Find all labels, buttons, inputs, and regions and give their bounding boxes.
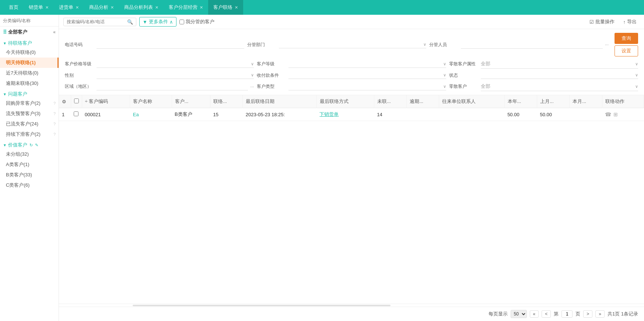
retail-customer-select[interactable]: 全部 ∨ bbox=[481, 82, 638, 91]
edit-icon[interactable]: ✎ bbox=[35, 143, 38, 148]
chevron-down-icon: ∨ bbox=[443, 62, 446, 66]
sidebar-item-declining[interactable]: 持续下滑客户(2) ? bbox=[0, 129, 59, 139]
th-checkbox[interactable] bbox=[71, 95, 82, 108]
td-uncontacted: 14 bbox=[374, 108, 406, 121]
scrollbar-track[interactable] bbox=[133, 305, 391, 306]
prev-page-btn[interactable]: < bbox=[542, 310, 551, 318]
footer: 每页显示 50 « < 第 页 > » 共1页 1条记录 bbox=[59, 307, 644, 321]
th-overdue: 逾期... bbox=[407, 95, 439, 108]
sidebar-item-churned[interactable]: 已流失客户(24) ? bbox=[0, 119, 59, 129]
last-page-btn[interactable]: » bbox=[595, 310, 605, 318]
close-icon[interactable]: ✕ bbox=[45, 5, 49, 10]
chevron-down-icon: ∨ bbox=[635, 84, 638, 89]
filter-row-1: 电话号码 分管部门 ∨ 分管人员 ··· 查询 设置 bbox=[65, 33, 638, 56]
nav-product-analysis[interactable]: 商品分析 ✕ bbox=[84, 0, 119, 15]
scrollbar-container bbox=[59, 304, 644, 307]
select-all-checkbox[interactable] bbox=[74, 99, 79, 103]
search-input[interactable] bbox=[67, 19, 126, 24]
retail-attr-select[interactable]: 全部 ∨ bbox=[481, 59, 638, 69]
settings-button[interactable]: 设置 bbox=[615, 45, 638, 56]
status-select[interactable]: ∨ bbox=[481, 72, 638, 79]
row-checkbox[interactable] bbox=[74, 111, 78, 116]
sidebar-all-customers[interactable]: ⠿ 全部客户 « bbox=[0, 27, 59, 38]
th-settings[interactable]: ⚙ bbox=[59, 95, 71, 108]
filter-customer-level: 客户等级 ∨ bbox=[257, 61, 446, 68]
close-icon[interactable]: ✕ bbox=[200, 5, 203, 10]
customer-level-select[interactable]: ∨ bbox=[288, 61, 446, 68]
td-last-month: 50.00 bbox=[537, 108, 569, 121]
sidebar-search-input[interactable] bbox=[3, 18, 58, 23]
per-page-select[interactable]: 50 bbox=[511, 310, 527, 318]
th-last-month: 上月... bbox=[537, 95, 569, 108]
price-level-select[interactable]: ∨ bbox=[97, 61, 254, 68]
close-icon[interactable]: ✕ bbox=[155, 5, 158, 10]
sidebar-item-class-c[interactable]: C类客户(6) bbox=[0, 180, 59, 190]
close-icon[interactable]: ✕ bbox=[76, 5, 79, 10]
nav-customer-segment[interactable]: 客户分层经营 ✕ bbox=[164, 0, 208, 15]
payment-select[interactable]: ∨ bbox=[288, 72, 446, 79]
sidebar-item-churn-warning[interactable]: 流失预警客户(3) ? bbox=[0, 108, 59, 119]
search-icon[interactable]: 🔍 bbox=[127, 19, 133, 25]
sidebar-item-tomorrow[interactable]: 明天待联络(1) bbox=[0, 58, 59, 68]
more-dots[interactable]: ··· bbox=[605, 42, 609, 47]
sidebar-item-abnormal[interactable]: 回购异常客户(2) ? bbox=[0, 98, 59, 108]
next-page-btn[interactable]: > bbox=[583, 310, 592, 318]
filter-row-4: 区域（地区） ··· 客户类型 ∨ 零散客户 全部 ∨ bbox=[65, 82, 638, 91]
nav-home[interactable]: 首页 bbox=[4, 0, 24, 15]
customer-type-select[interactable]: ∨ bbox=[288, 83, 446, 90]
search-box: 🔍 bbox=[63, 18, 136, 26]
filter-btn[interactable]: ▼ 更多条件 ∧ bbox=[139, 17, 176, 27]
chevron-up-icon: ∧ bbox=[169, 19, 173, 25]
first-page-btn[interactable]: « bbox=[530, 310, 539, 318]
sidebar-item-7days[interactable]: 近7天待联络(0) bbox=[0, 68, 59, 78]
sidebar-item-today[interactable]: 今天待联络(0) bbox=[0, 47, 59, 58]
checkbox-icon: ☑ bbox=[589, 19, 594, 25]
td-last-contact-method[interactable]: 下销货单 bbox=[316, 108, 374, 121]
chevron-down-icon: ∨ bbox=[423, 42, 426, 47]
batch-btn[interactable]: ☑ 批量操作 bbox=[587, 17, 617, 26]
th-this-month: 本月... bbox=[570, 95, 602, 108]
page-input[interactable] bbox=[561, 310, 573, 318]
nav-purchase[interactable]: 进货单 ✕ bbox=[54, 0, 84, 15]
chevron-down-icon: ∨ bbox=[443, 73, 446, 77]
settings-icon[interactable]: ⚙ bbox=[62, 99, 66, 104]
refresh-icon[interactable]: ↻ bbox=[29, 143, 33, 148]
region-input[interactable] bbox=[97, 83, 248, 90]
filter-payment: 收付款条件 ∨ bbox=[257, 72, 446, 79]
td-this-month bbox=[570, 108, 602, 121]
query-button[interactable]: 查询 bbox=[615, 33, 638, 44]
filter-icon: ▼ bbox=[143, 19, 147, 25]
nav-customer-contact[interactable]: 客户联络 ✕ bbox=[208, 0, 243, 15]
sidebar-item-class-a[interactable]: A类客户(1) bbox=[0, 159, 59, 170]
phone-icon[interactable]: ☎ bbox=[605, 111, 611, 117]
th-action: 联络动作 bbox=[602, 95, 644, 108]
sidebar-item-overdue[interactable]: 逾期未联络(30) bbox=[0, 78, 59, 89]
td-customer-type: B类客户 bbox=[172, 108, 210, 121]
grid-icon[interactable]: ⊞ bbox=[613, 111, 618, 117]
nav-sales[interactable]: 销货单 ✕ bbox=[24, 0, 54, 15]
more-dots[interactable]: ··· bbox=[250, 84, 254, 89]
nav-product-analysis-list[interactable]: 商品分析列表 ✕ bbox=[119, 0, 164, 15]
chevron-down-icon: ∨ bbox=[443, 84, 446, 89]
person-input[interactable] bbox=[461, 41, 603, 49]
th-uncontacted: 未联... bbox=[374, 95, 406, 108]
sidebar-item-ungrouped[interactable]: 未分组(32) bbox=[0, 149, 59, 159]
collapse-icon: « bbox=[53, 30, 56, 35]
sidebar-item-class-b[interactable]: B类客户(33) bbox=[0, 170, 59, 180]
close-icon[interactable]: ✕ bbox=[111, 5, 114, 10]
customer-table: ⚙ ÷ 客户编码 客户名称 客户... bbox=[59, 95, 644, 121]
gender-select[interactable]: ∨ bbox=[97, 72, 254, 79]
filter-region: 区域（地区） ··· bbox=[65, 83, 254, 90]
filter-person: 分管人员 ··· bbox=[429, 41, 609, 49]
td-name[interactable]: Ea bbox=[130, 108, 172, 121]
phone-input[interactable] bbox=[97, 41, 244, 49]
dept-select[interactable]: ∨ bbox=[279, 41, 427, 48]
th-code: ÷ 客户编码 bbox=[82, 95, 130, 108]
th-name: 客户名称 bbox=[130, 95, 172, 108]
filter-row-3: 性别 ∨ 收付款条件 ∨ 状态 bbox=[65, 72, 638, 79]
export-btn[interactable]: ↑ 导出 bbox=[620, 17, 640, 26]
close-icon[interactable]: ✕ bbox=[235, 5, 238, 10]
my-customers-checkbox-area[interactable]: 我分管的客户 bbox=[179, 18, 214, 25]
my-customers-checkbox[interactable] bbox=[179, 20, 184, 24]
td-checkbox[interactable] bbox=[71, 108, 82, 121]
